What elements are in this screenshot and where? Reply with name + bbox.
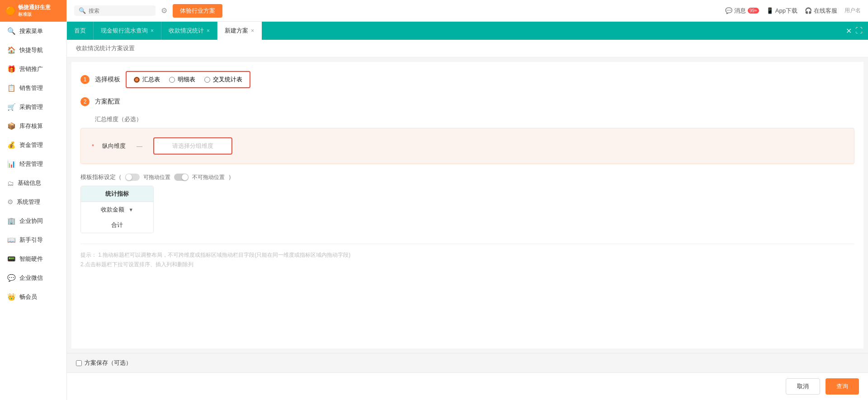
sidebar-label-wechat: 企业微信 bbox=[19, 274, 43, 282]
sidebar-item-member[interactable]: 👑 畅会员 bbox=[0, 287, 66, 306]
sidebar-label-smart-hw: 智能硬件 bbox=[19, 255, 43, 263]
non-draggable-toggle[interactable] bbox=[174, 174, 189, 181]
step1-label: 选择模板 bbox=[95, 75, 120, 84]
step2-badge: 2 bbox=[80, 97, 90, 106]
tip-1: 提示： 1.拖动标题栏可以调整布局，不可跨维度或指标区域拖动栏目字段(只能在同一… bbox=[80, 251, 854, 259]
sidebar-item-marketing[interactable]: 🎁 营销推广 bbox=[0, 60, 66, 79]
sidebar-item-finance[interactable]: 💰 资金管理 bbox=[0, 136, 66, 155]
member-icon: 👑 bbox=[7, 293, 16, 301]
search-menu-icon: 🔍 bbox=[7, 27, 16, 35]
online-support-button[interactable]: 🎧 在线客服 bbox=[805, 7, 837, 15]
close-window-icon[interactable]: ✕ bbox=[846, 27, 852, 35]
cancel-button[interactable]: 取消 bbox=[786, 378, 820, 395]
radio-detail[interactable]: 明细表 bbox=[169, 75, 195, 84]
sidebar-label-member: 畅会员 bbox=[19, 293, 37, 301]
app-download-button[interactable]: 📱 App下载 bbox=[766, 7, 797, 15]
tab-new-plan[interactable]: 新建方案 × bbox=[217, 22, 262, 40]
tab-actions: ✕ ⛶ bbox=[846, 27, 868, 35]
download-icon: 📱 bbox=[766, 7, 774, 14]
sidebar-item-purchase[interactable]: 🛒 采购管理 bbox=[0, 98, 66, 117]
purchase-icon: 🛒 bbox=[7, 103, 16, 111]
draggable-toggle[interactable] bbox=[125, 174, 140, 181]
tab-home[interactable]: 首页 bbox=[67, 22, 94, 40]
radio-cross-input[interactable] bbox=[204, 77, 210, 83]
sidebar-item-inventory[interactable]: 📦 库存核算 bbox=[0, 117, 66, 136]
search-icon: 🔍 bbox=[79, 7, 86, 14]
sidebar-item-system[interactable]: ⚙ 系统管理 bbox=[0, 193, 66, 212]
sales-icon: 📋 bbox=[7, 84, 16, 92]
sidebar-item-sales[interactable]: 📋 销售管理 bbox=[0, 79, 66, 98]
user-name: 用户名 bbox=[844, 7, 861, 14]
metrics-table: 统计指标 收款金额 ▼ bbox=[81, 186, 153, 233]
dimension-section-label: 汇总维度（必选） bbox=[80, 115, 854, 123]
radio-summary-input[interactable] bbox=[134, 77, 140, 83]
radio-detail-input[interactable] bbox=[169, 77, 175, 83]
dimension-box: * 纵向维度 — 请选择分组维度 bbox=[80, 128, 854, 164]
tab-collection-stat[interactable]: 收款情况统计 × bbox=[161, 22, 217, 40]
maximize-icon[interactable]: ⛶ bbox=[855, 27, 863, 35]
radio-cross[interactable]: 交叉统计表 bbox=[204, 75, 242, 84]
step1-number: 1 bbox=[84, 76, 87, 83]
query-button[interactable]: 查询 bbox=[826, 378, 859, 395]
sidebar-item-wechat[interactable]: 💬 企业微信 bbox=[0, 268, 66, 287]
tab-bank-flow[interactable]: 现金银行流水查询 × bbox=[94, 22, 161, 40]
app-edition: 标准版 bbox=[18, 11, 51, 18]
non-draggable-pill-knob bbox=[182, 174, 188, 180]
metrics-table-header: 统计指标 bbox=[81, 186, 153, 202]
finance-icon: 💰 bbox=[7, 141, 16, 149]
metrics-header: 模板指标设定（ 可拖动位置 不可拖动位置 ） bbox=[80, 173, 854, 181]
tabbar: 首页 现金银行流水查询 × 收款情况统计 × 新建方案 × ✕ ⛶ bbox=[67, 22, 868, 40]
industry-solution-button[interactable]: 体验行业方案 bbox=[173, 4, 222, 18]
system-icon: ⚙ bbox=[7, 198, 13, 206]
save-plan-label: 方案保存（可选） bbox=[85, 359, 132, 367]
tab-bank-flow-close[interactable]: × bbox=[151, 28, 154, 34]
messages-label: 消息 bbox=[734, 7, 746, 15]
dropdown-chevron-icon[interactable]: ▼ bbox=[128, 207, 133, 212]
stats-indicator-label: 统计指标 bbox=[105, 190, 129, 197]
tab-bank-flow-label: 现金银行流水查询 bbox=[101, 27, 148, 35]
search-box[interactable]: 🔍 bbox=[74, 5, 156, 16]
marketing-icon: 🎁 bbox=[7, 65, 16, 73]
step1-row: 1 选择模板 汇总表 明细表 交叉统计表 bbox=[80, 71, 854, 88]
app-download-label: App下载 bbox=[775, 7, 797, 15]
sidebar-label-purchase: 采购管理 bbox=[19, 103, 43, 111]
non-draggable-pill bbox=[174, 174, 189, 181]
draggable-pill bbox=[125, 174, 140, 181]
main-area: 🔍 ⚙ 体验行业方案 💬 消息 99+ 📱 App下载 🎧 在线客服 用户名 bbox=[67, 0, 868, 400]
tab-home-label: 首页 bbox=[74, 27, 86, 35]
search-input[interactable] bbox=[89, 8, 143, 14]
user-menu-button[interactable]: 用户名 bbox=[844, 7, 861, 14]
footer: 方案保存（可选） bbox=[67, 353, 868, 372]
message-icon: 💬 bbox=[725, 7, 732, 14]
sidebar-label-sales: 销售管理 bbox=[19, 84, 43, 92]
tip-2: 2.点击标题栏下拉可设置排序、插入列和删除列 bbox=[80, 261, 854, 268]
sidebar-item-quick-nav[interactable]: 🏠 快捷导航 bbox=[0, 41, 66, 60]
page-content: 收款情况统计方案设置 1 选择模板 汇总表 明细表 bbox=[67, 40, 868, 400]
inventory-icon: 📦 bbox=[7, 122, 16, 130]
dimension-select-button[interactable]: 请选择分组维度 bbox=[153, 137, 232, 155]
sidebar-item-search-menu[interactable]: 🔍 搜索菜单 bbox=[0, 22, 66, 41]
tab-collection-stat-close[interactable]: × bbox=[207, 28, 210, 34]
operation-icon: 📊 bbox=[7, 160, 16, 168]
sidebar-label-enterprise-coop: 企业协同 bbox=[19, 217, 43, 225]
sidebar-label-inventory: 库存核算 bbox=[19, 122, 43, 130]
non-draggable-label: 不可拖动位置 bbox=[192, 174, 225, 181]
topbar: 🔍 ⚙ 体验行业方案 💬 消息 99+ 📱 App下载 🎧 在线客服 用户名 bbox=[67, 0, 868, 22]
settings-icon[interactable]: ⚙ bbox=[161, 6, 167, 15]
radio-summary[interactable]: 汇总表 bbox=[134, 75, 160, 84]
messages-button[interactable]: 💬 消息 99+ bbox=[725, 7, 759, 15]
sidebar-item-guide[interactable]: 📖 新手引导 bbox=[0, 231, 66, 249]
tab-new-plan-close[interactable]: × bbox=[251, 28, 254, 34]
dimension-select-placeholder: 请选择分组维度 bbox=[172, 142, 213, 149]
radio-detail-label: 明细表 bbox=[178, 75, 195, 84]
save-plan-checkbox-label[interactable]: 方案保存（可选） bbox=[76, 359, 859, 367]
sidebar-item-basic-info[interactable]: 🗂 基础信息 bbox=[0, 174, 66, 193]
sidebar-item-operation[interactable]: 📊 经营管理 bbox=[0, 155, 66, 174]
sidebar-label-basic-info: 基础信息 bbox=[18, 179, 41, 187]
sidebar-item-smart-hw[interactable]: 📟 智能硬件 bbox=[0, 249, 66, 268]
enterprise-coop-icon: 🏢 bbox=[7, 217, 16, 225]
table-row-amount: 收款金额 ▼ bbox=[81, 202, 153, 218]
sidebar-item-enterprise-coop[interactable]: 🏢 企业协同 bbox=[0, 212, 66, 231]
metrics-section: 模板指标设定（ 可拖动位置 不可拖动位置 ） bbox=[80, 173, 854, 235]
save-plan-checkbox[interactable] bbox=[76, 360, 82, 366]
